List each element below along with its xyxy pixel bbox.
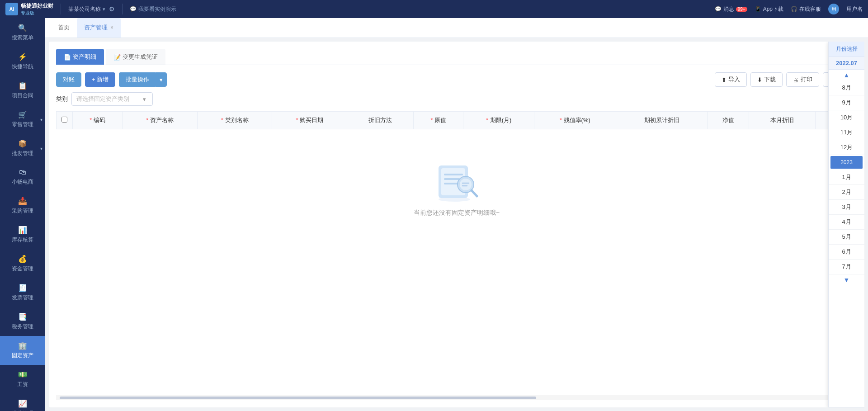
- app-name-block: 畅捷通好业财 专业版: [21, 2, 53, 16]
- month-nav-up[interactable]: ▲: [829, 70, 864, 80]
- company-name: 某某公司名称: [68, 5, 101, 13]
- selected-month-display: 2022.07: [829, 57, 864, 70]
- import-label: 导入: [728, 76, 740, 84]
- scroll-thumb: [60, 397, 536, 399]
- month-panel-header: 月份选择: [829, 42, 864, 57]
- nav-up-icon[interactable]: ▲: [844, 71, 850, 79]
- sidebar-label-invoice: 发票管理: [12, 294, 33, 302]
- bottom-scroll[interactable]: [56, 395, 857, 400]
- month-item-apr[interactable]: 4月: [829, 215, 864, 230]
- month-item-jan[interactable]: 1月: [829, 170, 864, 185]
- table-header-name: * 资产名称: [123, 112, 198, 129]
- wholesale-arrow-icon: ▾: [40, 146, 42, 151]
- download-button[interactable]: ⬇ 下载: [750, 72, 783, 87]
- sub-tab-change-voucher[interactable]: 📝 变更生成凭证: [106, 49, 165, 65]
- month-item-sep[interactable]: 9月: [829, 95, 864, 110]
- month-nav-down[interactable]: ▼: [829, 274, 864, 285]
- app-name: 畅捷通好业财: [21, 2, 53, 10]
- table-wrapper: * 编码 * 资产名称 * 类别名称 * 购买日期 折旧方法 * 原值 * 期限…: [56, 111, 857, 395]
- sidebar-item-inventory[interactable]: 📊 库存核算: [0, 220, 45, 249]
- batch-ops-button[interactable]: 批量操作: [119, 72, 156, 87]
- month-item-feb[interactable]: 2月: [829, 185, 864, 200]
- month-item-jul[interactable]: 7月: [829, 260, 864, 274]
- month-item-jun[interactable]: 6月: [829, 245, 864, 260]
- tab-asset-label: 资产管理: [84, 24, 108, 32]
- sidebar-item-retail-mgmt[interactable]: 🛒 零售管理 ▾: [0, 105, 45, 134]
- month-item-mar[interactable]: 3月: [829, 200, 864, 215]
- month-item-aug[interactable]: 8月: [829, 80, 864, 95]
- select-all-checkbox[interactable]: [61, 117, 67, 123]
- top-bar-right: 💬 消息 99+ 📱 App下载 🎧 在线客服 用 用户名: [715, 4, 863, 14]
- table-header-code: * 编码: [73, 112, 123, 129]
- sidebar-item-wholesale-mgmt[interactable]: 📦 批发管理 ▾: [0, 134, 45, 163]
- retail-arrow-icon: ▾: [40, 117, 42, 122]
- app-download-item[interactable]: 📱 App下载: [755, 5, 783, 13]
- batch-ops-arrow-button[interactable]: ▾: [156, 72, 167, 87]
- tab-asset-management[interactable]: 资产管理 ×: [77, 18, 121, 38]
- month-item-oct[interactable]: 10月: [829, 110, 864, 125]
- month-item-nov[interactable]: 11月: [829, 125, 864, 140]
- user-name: 用户名: [846, 5, 863, 13]
- batch-ops-label: 批量操作: [126, 76, 149, 84]
- settings-icon[interactable]: ⚙: [109, 5, 115, 13]
- company-dropdown[interactable]: 某某公司名称 ▾: [68, 5, 105, 13]
- inventory-icon: 📊: [18, 226, 27, 234]
- empty-message: 当前您还没有固定资产明细哦~: [414, 209, 500, 217]
- month-panel: 月份选择 2022.07 ▲ 8月 9月 10月 11月 12月 2023 1月…: [828, 42, 864, 407]
- user-avatar[interactable]: 用: [828, 4, 839, 14]
- sidebar-label-quick-nav: 快捷导航: [12, 63, 33, 71]
- svg-point-7: [460, 179, 472, 190]
- invoice-icon: 🧾: [18, 283, 27, 292]
- divider: [61, 4, 61, 14]
- headset-icon: 🎧: [791, 6, 797, 12]
- add-new-button[interactable]: + 新增: [85, 72, 115, 87]
- asset-table: * 编码 * 资产名称 * 类别名称 * 购买日期 折旧方法 * 原值 * 期限…: [56, 111, 857, 244]
- category-filter-select[interactable]: 请选择固定资产类别 ▾: [71, 92, 153, 106]
- import-icon: ⬆: [722, 76, 726, 83]
- operations-icon: 📈: [18, 399, 27, 408]
- sidebar-item-payroll[interactable]: 💵 工资: [0, 365, 45, 394]
- toolbar: 对账 + 新增 批量操作 ▾ ⬆: [56, 72, 857, 87]
- sub-tab-change-label: 变更生成凭证: [123, 53, 158, 61]
- sidebar-item-fixed-assets[interactable]: 🏢 固定资产: [0, 336, 45, 365]
- sidebar-label-ecommerce: 小畅电商: [12, 178, 33, 186]
- tab-close-icon[interactable]: ×: [110, 24, 113, 31]
- reconcile-label: 对账: [63, 76, 75, 84]
- main-layout: 🔍 搜索菜单 ⚡ 快捷导航 📋 项目合同 🛒 零售管理 ▾ 📦 批发管理 ▾ 🛍…: [0, 18, 868, 411]
- empty-row: 当前您还没有固定资产明细哦~: [57, 129, 857, 245]
- top-bar-left: Ai 畅捷通好业财 专业版 某某公司名称 ▾ ⚙ 💬 我要看实例演示: [5, 2, 176, 16]
- sidebar-label-tax: 税务管理: [12, 323, 33, 331]
- nav-down-icon[interactable]: ▼: [844, 276, 850, 283]
- table-header: * 编码 * 资产名称 * 类别名称 * 购买日期 折旧方法 * 原值 * 期限…: [57, 112, 857, 129]
- reconcile-button[interactable]: 对账: [56, 72, 81, 87]
- sidebar-item-project-contract[interactable]: 📋 项目合同: [0, 76, 45, 105]
- sidebar-item-quick-nav[interactable]: ⚡ 快捷导航: [0, 47, 45, 76]
- online-service-item[interactable]: 🎧 在线客服: [791, 5, 821, 13]
- import-button[interactable]: ⬆ 导入: [715, 72, 747, 87]
- sidebar-item-mini-ecommerce[interactable]: 🛍 小畅电商: [0, 163, 45, 191]
- tab-home[interactable]: 首页: [51, 18, 77, 38]
- sidebar-item-operations-mgmt[interactable]: 📈 经营管理: [0, 394, 45, 411]
- sidebar-item-invoice-mgmt[interactable]: 🧾 发票管理: [0, 278, 45, 307]
- category-filter-label: 类别: [56, 95, 68, 103]
- svg-rect-3: [444, 174, 463, 175]
- print-button[interactable]: 🖨 打印: [786, 72, 819, 87]
- app-download-label: App下载: [763, 5, 783, 13]
- batch-ops-arrow-icon: ▾: [160, 76, 163, 83]
- sidebar-label-fixed-assets: 固定资产: [12, 352, 33, 359]
- sidebar-item-tax-mgmt[interactable]: 📑 税务管理: [0, 307, 45, 336]
- sub-tab-detail[interactable]: 📄 资产明细: [56, 49, 104, 65]
- print-icon: 🖨: [793, 76, 799, 83]
- table-header-purchase-date: * 购买日期: [272, 112, 347, 129]
- demo-link[interactable]: 💬 我要看实例演示: [130, 5, 176, 13]
- sidebar-item-fund-mgmt[interactable]: 💰 资金管理: [0, 249, 45, 278]
- sidebar-item-search-menu[interactable]: 🔍 搜索菜单: [0, 18, 45, 47]
- tab-bar: 首页 资产管理 ×: [45, 18, 868, 38]
- tab-home-label: 首页: [58, 24, 70, 32]
- sidebar-label-wholesale: 批发管理: [12, 150, 33, 157]
- month-item-may[interactable]: 5月: [829, 230, 864, 245]
- demo-link-text: 我要看实例演示: [138, 5, 176, 13]
- month-item-dec[interactable]: 12月: [829, 140, 864, 155]
- message-item[interactable]: 💬 消息 99+: [715, 5, 747, 13]
- sidebar-item-purchase-mgmt[interactable]: 📥 采购管理: [0, 191, 45, 220]
